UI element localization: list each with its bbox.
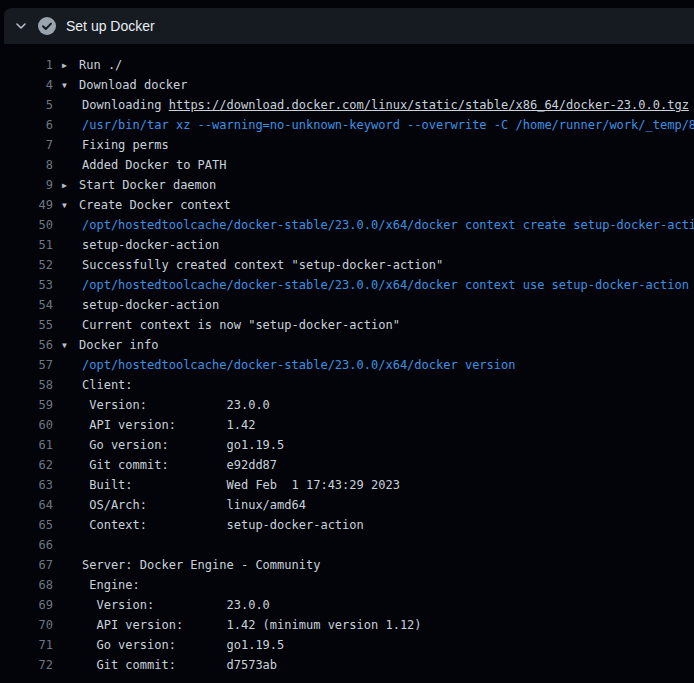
log-line-body: Engine: (53, 575, 694, 595)
line-number[interactable]: 65 (0, 515, 53, 535)
log-line: 71 Go version: go1.19.5 (0, 635, 694, 655)
line-number[interactable]: 58 (0, 375, 53, 395)
triangle-right-icon[interactable]: ▶ (62, 56, 79, 75)
log-line: 59 Version: 23.0.0 (0, 395, 694, 415)
line-number[interactable]: 55 (0, 315, 53, 335)
log-group-row[interactable]: ▶Run ./ (53, 55, 694, 75)
line-number[interactable]: 63 (0, 475, 53, 495)
log-text: Server: Docker Engine - Community (82, 558, 320, 572)
chevron-down-icon[interactable] (4, 8, 38, 44)
log-text: setup-docker-action (82, 238, 219, 252)
log-line: 55Current context is now "setup-docker-a… (0, 315, 694, 335)
triangle-down-icon[interactable]: ▼ (62, 336, 79, 355)
log-text: API version: 1.42 (82, 418, 255, 432)
log-line: 53/opt/hostedtoolcache/docker-stable/23.… (0, 275, 694, 295)
line-number[interactable]: 72 (0, 655, 53, 675)
log-line: 7Fixing perms (0, 135, 694, 155)
line-number[interactable]: 4 (0, 75, 53, 95)
line-number[interactable]: 56 (0, 335, 53, 355)
log-line[interactable]: 4▼Download docker (0, 75, 694, 95)
log-group-row[interactable]: ▼Create Docker context (53, 195, 694, 215)
log-line-body: Built: Wed Feb 1 17:43:29 2023 (53, 475, 694, 495)
triangle-down-icon[interactable]: ▼ (62, 196, 79, 215)
log-command-text: /usr/bin/tar xz --warning=no-unknown-key… (82, 118, 694, 132)
log-line-body: /opt/hostedtoolcache/docker-stable/23.0.… (53, 275, 694, 295)
log-group-row[interactable]: ▼Docker info (53, 335, 694, 355)
line-number[interactable]: 70 (0, 615, 53, 635)
log-group-row[interactable]: ▶Start Docker daemon (53, 175, 694, 195)
line-number[interactable]: 61 (0, 435, 53, 455)
line-number[interactable]: 60 (0, 415, 53, 435)
log-line: 69 Version: 23.0.0 (0, 595, 694, 615)
log-line-body: /opt/hostedtoolcache/docker-stable/23.0.… (53, 215, 694, 235)
line-number[interactable]: 57 (0, 355, 53, 375)
step-title: Set up Docker (66, 18, 155, 34)
log-line-body: Go version: go1.19.5 (53, 435, 694, 455)
log-text: Successfully created context "setup-dock… (82, 258, 443, 272)
line-number[interactable]: 8 (0, 155, 53, 175)
log-line[interactable]: 9▶Start Docker daemon (0, 175, 694, 195)
log-line: 61 Go version: go1.19.5 (0, 435, 694, 455)
log-line[interactable]: 1▶Run ./ (0, 55, 694, 75)
line-number[interactable]: 66 (0, 535, 53, 555)
log-line: 58Client: (0, 375, 694, 395)
log-group-title: Download docker (79, 78, 187, 92)
line-number[interactable]: 59 (0, 395, 53, 415)
log-group-title: Start Docker daemon (79, 178, 216, 192)
line-number[interactable]: 51 (0, 235, 53, 255)
line-number[interactable]: 5 (0, 95, 53, 115)
step-header-set-up-docker[interactable]: Set up Docker (4, 8, 694, 44)
log-line-body: Git commit: e92dd87 (53, 455, 694, 475)
log-link[interactable]: https://download.docker.com/linux/static… (169, 98, 689, 112)
log-line: 63 Built: Wed Feb 1 17:43:29 2023 (0, 475, 694, 495)
log-line-body: setup-docker-action (53, 235, 694, 255)
line-number[interactable]: 64 (0, 495, 53, 515)
log-line-body: Fixing perms (53, 135, 694, 155)
line-number[interactable]: 1 (0, 55, 53, 75)
log-group-row[interactable]: ▼Download docker (53, 75, 694, 95)
log-line-body: Version: 23.0.0 (53, 595, 694, 615)
line-number[interactable]: 49 (0, 195, 53, 215)
line-number[interactable]: 7 (0, 135, 53, 155)
line-number[interactable]: 9 (0, 175, 53, 195)
log-text: API version: 1.42 (minimum version 1.12) (82, 618, 422, 632)
log-line: 5Downloading https://download.docker.com… (0, 95, 694, 115)
check-circle-icon (38, 17, 56, 35)
line-number[interactable]: 50 (0, 215, 53, 235)
line-number[interactable]: 67 (0, 555, 53, 575)
log-text: Engine: (82, 578, 140, 592)
log-line[interactable]: 56▼Docker info (0, 335, 694, 355)
log-line: 51setup-docker-action (0, 235, 694, 255)
log-line: 52Successfully created context "setup-do… (0, 255, 694, 275)
log-command-text: /opt/hostedtoolcache/docker-stable/23.0.… (82, 358, 515, 372)
log-line-body: Git commit: d7573ab (53, 655, 694, 675)
log-line-body: API version: 1.42 (minimum version 1.12) (53, 615, 694, 635)
log-text: Version: 23.0.0 (82, 598, 270, 612)
line-number[interactable]: 68 (0, 575, 53, 595)
triangle-right-icon[interactable]: ▶ (62, 176, 79, 195)
log-command-text: /opt/hostedtoolcache/docker-stable/23.0.… (82, 218, 694, 232)
log-text: Version: 23.0.0 (82, 398, 270, 412)
log-line[interactable]: 49▼Create Docker context (0, 195, 694, 215)
triangle-down-icon[interactable]: ▼ (62, 76, 79, 95)
log-line: 62 Git commit: e92dd87 (0, 455, 694, 475)
line-number[interactable]: 54 (0, 295, 53, 315)
log-line-body: Successfully created context "setup-dock… (53, 255, 694, 275)
log-line-body: Version: 23.0.0 (53, 395, 694, 415)
log-output: 1▶Run ./4▼Download docker5Downloading ht… (0, 44, 694, 675)
log-text: Current context is now "setup-docker-act… (82, 318, 400, 332)
log-line-body: Client: (53, 375, 694, 395)
line-number[interactable]: 52 (0, 255, 53, 275)
log-group-title: Run ./ (79, 58, 122, 72)
line-number[interactable]: 69 (0, 595, 53, 615)
log-text: Client: (82, 378, 133, 392)
line-number[interactable]: 62 (0, 455, 53, 475)
log-line-body: API version: 1.42 (53, 415, 694, 435)
log-command-text: /opt/hostedtoolcache/docker-stable/23.0.… (82, 278, 689, 292)
log-text: setup-docker-action (82, 298, 219, 312)
line-number[interactable]: 71 (0, 635, 53, 655)
log-line-body (53, 535, 694, 555)
line-number[interactable]: 53 (0, 275, 53, 295)
log-line-body: /usr/bin/tar xz --warning=no-unknown-key… (53, 115, 694, 135)
line-number[interactable]: 6 (0, 115, 53, 135)
